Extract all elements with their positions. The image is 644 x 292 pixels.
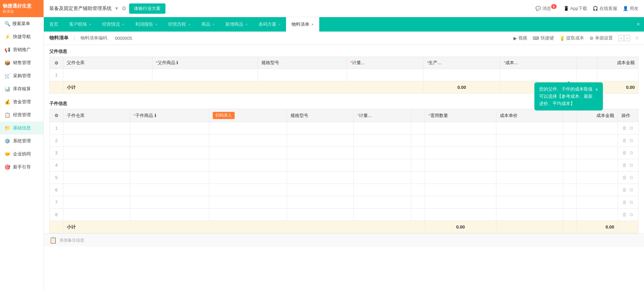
tab-operations[interactable]: 经营情况× [97, 17, 129, 32]
tab-operations-close[interactable]: × [122, 22, 124, 26]
sidebar-item-search[interactable]: 🔍 搜索菜单 [0, 17, 44, 30]
child-row-4-unit-cost[interactable] [496, 159, 563, 172]
parent-col-settings[interactable]: ⚙ [50, 57, 63, 69]
tab-goods[interactable]: 商品× [196, 17, 220, 32]
scan-button[interactable]: 扫码录入 [213, 112, 235, 119]
child-row-5-goods[interactable] [130, 172, 209, 184]
sidebar-item-inventory[interactable]: 📊 库存核算 [0, 82, 44, 95]
copy-icon-8[interactable]: ⧉ [630, 212, 633, 217]
sidebar-item-operation[interactable]: 📋 经营管理 [0, 108, 44, 121]
child-row-8-spec[interactable] [287, 209, 354, 221]
tab-barcode-close[interactable]: × [278, 22, 281, 26]
delete-icon-2[interactable]: 🗑 [622, 138, 627, 143]
child-row-1-spec[interactable] [287, 122, 354, 135]
child-row-3-warehouse[interactable] [63, 147, 130, 159]
child-row-2-spec[interactable] [287, 135, 354, 147]
trial-button[interactable]: 体验行业方案 [129, 3, 165, 14]
child-row-7-unit-cost[interactable] [496, 196, 563, 209]
parent-row-1-unit[interactable] [347, 69, 423, 81]
tab-barcode[interactable]: 条码方案× [253, 17, 286, 32]
child-row-3-unit-cost[interactable] [496, 147, 563, 159]
child-row-5-qty[interactable] [425, 172, 496, 184]
child-row-8-goods[interactable] [130, 209, 209, 221]
child-row-5-spec[interactable] [287, 172, 354, 184]
parent-row-1-produce[interactable] [423, 69, 500, 81]
child-row-2-unit-cost[interactable] [496, 135, 563, 147]
delete-icon-7[interactable]: 🗑 [622, 199, 627, 205]
parent-row-1-cost[interactable] [500, 69, 577, 81]
sidebar-item-sales[interactable]: 📦 销售管理 [0, 56, 44, 69]
tab-goods-close[interactable]: × [212, 22, 214, 26]
child-row-1-unit-cost[interactable] [496, 122, 563, 135]
tab-customer-close[interactable]: × [89, 22, 91, 26]
copy-icon-7[interactable]: ⧉ [630, 199, 633, 205]
child-row-3-qty[interactable] [425, 147, 496, 159]
child-row-4-unit[interactable] [354, 159, 411, 172]
child-row-7-unit[interactable] [354, 196, 411, 209]
child-row-5-warehouse[interactable] [63, 172, 130, 184]
app-download-button[interactable]: 📱 App下载 [564, 5, 587, 12]
user-menu[interactable]: 👤 用友 [623, 5, 639, 12]
child-row-4-qty[interactable] [425, 159, 496, 172]
tooltip-close-button[interactable]: × [595, 86, 598, 93]
prev-arrow[interactable]: ‹ [618, 35, 624, 41]
child-row-8-warehouse[interactable] [63, 209, 130, 221]
layout-toggle-icon[interactable]: ≡ [635, 35, 639, 41]
single-settings-button[interactable]: ⚙ 单据设置 [590, 35, 613, 41]
dropdown-arrow-icon[interactable]: ▼ [114, 6, 119, 11]
copy-icon-6[interactable]: ⧉ [630, 187, 633, 192]
settings-icon[interactable]: ⚙ [122, 5, 126, 12]
next-arrow[interactable]: › [624, 35, 630, 41]
child-row-7-spec[interactable] [287, 196, 354, 209]
sidebar-item-guide[interactable]: 🎯 新手引导 [0, 161, 44, 174]
child-row-6-goods[interactable] [130, 184, 209, 196]
sidebar-item-collab[interactable]: 🤝 企业协同 [0, 148, 44, 161]
child-row-7-goods[interactable] [130, 196, 209, 209]
tab-profit-close[interactable]: × [155, 22, 157, 26]
child-row-2-qty[interactable] [425, 135, 496, 147]
child-row-3-goods[interactable] [130, 147, 209, 159]
copy-icon-5[interactable]: ⧉ [630, 175, 633, 180]
parent-row-1-goods[interactable] [152, 69, 258, 81]
extract-cost-button[interactable]: 💡 提取成本 [559, 35, 584, 41]
child-row-4-warehouse[interactable] [63, 159, 130, 172]
child-row-6-unit-cost[interactable] [496, 184, 563, 196]
delete-icon-1[interactable]: 🗑 [622, 125, 627, 131]
child-row-8-qty[interactable] [425, 209, 496, 221]
sidebar-item-quick-nav[interactable]: ⚡ 快捷导航 [0, 30, 44, 43]
tab-bom-close[interactable]: × [311, 22, 313, 26]
copy-icon-3[interactable]: ⧉ [630, 150, 633, 155]
child-row-6-qty[interactable] [425, 184, 496, 196]
sidebar-item-system[interactable]: ⚙️ 系统管理 [0, 135, 44, 148]
child-row-7-warehouse[interactable] [63, 196, 130, 209]
child-row-7-qty[interactable] [425, 196, 496, 209]
copy-icon-2[interactable]: ⧉ [630, 138, 633, 143]
child-row-5-unit[interactable] [354, 172, 411, 184]
tab-new-goods[interactable]: 新增商品× [220, 17, 253, 32]
parent-row-1-warehouse[interactable] [63, 69, 152, 81]
delete-icon-6[interactable]: 🗑 [622, 187, 627, 192]
tab-history-close[interactable]: × [188, 22, 190, 26]
child-row-2-warehouse[interactable] [63, 135, 130, 147]
tab-customer[interactable]: 客户联络× [64, 17, 97, 32]
child-row-6-warehouse[interactable] [63, 184, 130, 196]
child-col-settings[interactable]: ⚙ [50, 109, 63, 122]
message-button[interactable]: 💬 消息 6 [535, 5, 558, 12]
sidebar-item-finance[interactable]: 💰 资金管理 [0, 95, 44, 108]
child-row-1-unit[interactable] [354, 122, 411, 135]
child-row-1-qty[interactable] [425, 122, 496, 135]
child-row-2-unit[interactable] [354, 135, 411, 147]
child-row-1-warehouse[interactable] [63, 122, 130, 135]
copy-icon-4[interactable]: ⧉ [630, 162, 633, 168]
close-all-tabs[interactable]: × [633, 21, 644, 27]
delete-icon-8[interactable]: 🗑 [622, 212, 627, 217]
delete-icon-5[interactable]: 🗑 [622, 175, 627, 180]
child-row-3-unit[interactable] [354, 147, 411, 159]
sidebar-item-marketing[interactable]: 📢 营销推广 [0, 43, 44, 56]
shortcut-button[interactable]: ⌨ 快捷键 [533, 35, 554, 41]
child-row-2-goods[interactable] [130, 135, 209, 147]
child-row-1-goods[interactable] [130, 122, 209, 135]
tab-bom[interactable]: 物料清单× [286, 17, 319, 32]
child-row-4-goods[interactable] [130, 159, 209, 172]
child-row-8-unit-cost[interactable] [496, 209, 563, 221]
